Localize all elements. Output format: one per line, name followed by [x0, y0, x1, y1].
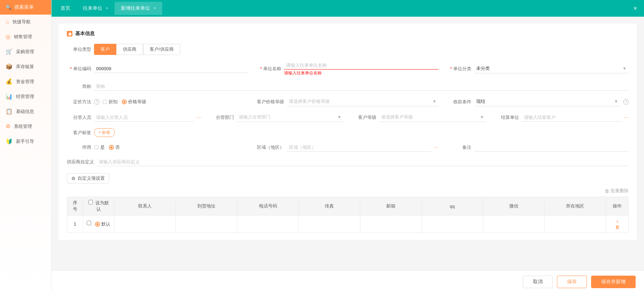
unit-category-group: 单位分类 未分类 ▼ — [447, 64, 629, 73]
add-tag-button[interactable]: + 标签 — [94, 128, 115, 137]
qq-input[interactable] — [425, 221, 480, 227]
phone-input[interactable] — [241, 221, 295, 227]
col-phone: 电话号码 — [237, 197, 299, 215]
pricing-row: 定价方法 ? 折扣 价格等级 — [67, 97, 629, 106]
alias-row: 简称 — [67, 82, 629, 91]
default-label: 默认 — [101, 221, 110, 227]
notes-input[interactable] — [474, 143, 629, 152]
department-group: 分管部门 请输入分管部门 ▼ — [210, 113, 344, 122]
cell-region[interactable] — [544, 215, 606, 233]
cell-email[interactable] — [360, 215, 422, 233]
pricing-discount-radio[interactable]: 折扣 — [102, 99, 118, 105]
sidebar-item-purchase[interactable]: 🛒 采购管理 — [0, 44, 51, 59]
cell-qq[interactable] — [422, 215, 483, 233]
customer-price-level-group: 客户价格等级 请选择客户价格等级 ▼ — [257, 97, 439, 106]
disabled-yes-circle — [94, 145, 99, 150]
settlement-input[interactable] — [522, 113, 621, 122]
unit-name-input[interactable] — [284, 61, 439, 70]
unit-code-label: 单位编码 — [67, 66, 91, 72]
supplier-custom-input[interactable] — [97, 158, 629, 166]
contact-input[interactable] — [118, 221, 172, 227]
cell-seq: 1 — [67, 215, 83, 233]
sidebar-item-quick-nav[interactable]: ⌂ 快捷导航 — [0, 15, 51, 29]
sidebar-item-operations[interactable]: 📊 经营管理 — [0, 89, 51, 104]
supplier-custom-group: 供应商自定义 — [67, 158, 629, 166]
chevron-down-icon: ▼ — [622, 66, 627, 71]
cancel-button[interactable]: 取消 — [523, 276, 553, 288]
region-more-icon[interactable]: ··· — [434, 144, 439, 150]
alias-input[interactable] — [94, 82, 629, 91]
settlement-group: 结算单位 ··· — [495, 113, 629, 122]
purchase-icon: 🛒 — [6, 48, 13, 55]
address-input[interactable] — [179, 221, 234, 227]
tab-partners[interactable]: 往来单位 × — [77, 2, 115, 15]
payment-help-icon[interactable]: ? — [623, 99, 629, 105]
cell-address[interactable] — [176, 215, 237, 233]
cell-phone[interactable] — [237, 215, 299, 233]
payment-terms-select[interactable]: 现结 ▼ — [474, 97, 620, 106]
row-checkbox[interactable] — [87, 221, 91, 225]
card-title: ▣ 基本信息 — [67, 31, 629, 37]
col-fax: 传真 — [299, 197, 360, 215]
save-button[interactable]: 保存 — [557, 276, 587, 288]
pricing-help-icon[interactable]: ? — [94, 99, 100, 105]
sidebar-item-finance[interactable]: 💰 资金管理 — [0, 74, 51, 89]
sidebar-item-sales[interactable]: ◎ 销售管理 — [0, 29, 51, 44]
department-select[interactable]: 请输入分管部门 ▼ — [237, 113, 344, 122]
fax-input[interactable] — [302, 221, 356, 227]
disabled-no-radio[interactable]: 否 — [109, 144, 120, 150]
lower-section: ⚙ 自定义项设置 🗑 批量删除 序号 — [67, 173, 629, 233]
unit-type-customer-btn[interactable]: 客户 — [94, 44, 116, 55]
table-section: 🗑 批量删除 序号 设为默认 联系人 到 — [67, 188, 629, 233]
disabled-group: 停用 是 否 — [67, 144, 249, 150]
search-menu-button[interactable]: 🔍 搜索菜单 — [0, 0, 51, 15]
unit-code-input[interactable] — [94, 65, 249, 73]
manager-input[interactable] — [94, 113, 194, 122]
tab-new-partner-close[interactable]: × — [154, 6, 156, 11]
cell-wechat[interactable] — [483, 215, 545, 233]
save-new-button[interactable]: 保存并新增 — [591, 276, 636, 288]
unit-type-both-btn[interactable]: 客户/供应商 — [143, 44, 180, 55]
add-row-icon[interactable]: ＋ — [615, 219, 620, 224]
unit-category-select[interactable]: 未分类 ▼ — [474, 64, 629, 73]
delete-row-icon[interactable]: 🗑 — [615, 225, 620, 230]
sidebar-item-guide[interactable]: 🔰 新手引导 — [0, 134, 51, 149]
customer-price-level-select[interactable]: 请选择客户价格等级 ▼ — [287, 97, 439, 106]
supplier-custom-label: 供应商自定义 — [67, 159, 94, 165]
sidebar-item-system[interactable]: ⚙ 系统管理 — [0, 119, 51, 134]
window-close-button[interactable]: × — [629, 5, 641, 12]
pricing-level-radio[interactable]: 价格等级 — [122, 99, 146, 105]
sidebar-item-inventory[interactable]: 📦 库存核算 — [0, 59, 51, 74]
pricing-method-group: 定价方法 ? 折扣 价格等级 — [67, 99, 249, 105]
chevron-down-icon3: ▼ — [614, 99, 618, 104]
customer-level-select[interactable]: 请选择客户等级 ▼ — [379, 113, 486, 122]
notes-group: 备注 — [447, 143, 629, 152]
home-icon: ⌂ — [6, 19, 9, 25]
settlement-more-icon[interactable]: ··· — [624, 114, 629, 121]
cell-default: 默认 — [83, 215, 114, 233]
tab-partners-close[interactable]: × — [106, 6, 108, 11]
unit-type-supplier-btn[interactable]: 供应商 — [116, 44, 143, 55]
cell-fax[interactable] — [299, 215, 360, 233]
wechat-input[interactable] — [487, 221, 541, 227]
batch-delete-label: 批量删除 — [611, 188, 629, 194]
manager-more-icon[interactable]: ··· — [196, 114, 201, 121]
region-table-input[interactable] — [548, 221, 603, 227]
unit-type-group: 单位类型 客户 供应商 客户/供应商 — [67, 44, 629, 55]
select-all-checkbox[interactable] — [88, 200, 93, 204]
default-radio-item[interactable]: 默认 — [95, 221, 110, 227]
sidebar-item-basic-info[interactable]: 📋 基础信息 — [0, 104, 51, 119]
disabled-region-row: 停用 是 否 区域（地区） — [67, 143, 629, 152]
tab-new-partner[interactable]: 新增往来单位 × — [115, 2, 162, 15]
disabled-yes-radio[interactable]: 是 — [94, 144, 105, 150]
custom-settings-button[interactable]: ⚙ 自定义项设置 — [67, 173, 109, 184]
col-action: 操作 — [606, 197, 629, 215]
email-input[interactable] — [364, 221, 418, 227]
cell-contact[interactable] — [114, 215, 176, 233]
tab-partners-label: 往来单位 — [83, 5, 102, 11]
default-radio-circle — [95, 222, 100, 227]
region-input[interactable] — [287, 143, 431, 152]
batch-delete-button[interactable]: 🗑 批量删除 — [605, 188, 629, 194]
chevron-down-icon2: ▼ — [432, 99, 437, 104]
tab-home[interactable]: 首页 — [54, 2, 77, 15]
